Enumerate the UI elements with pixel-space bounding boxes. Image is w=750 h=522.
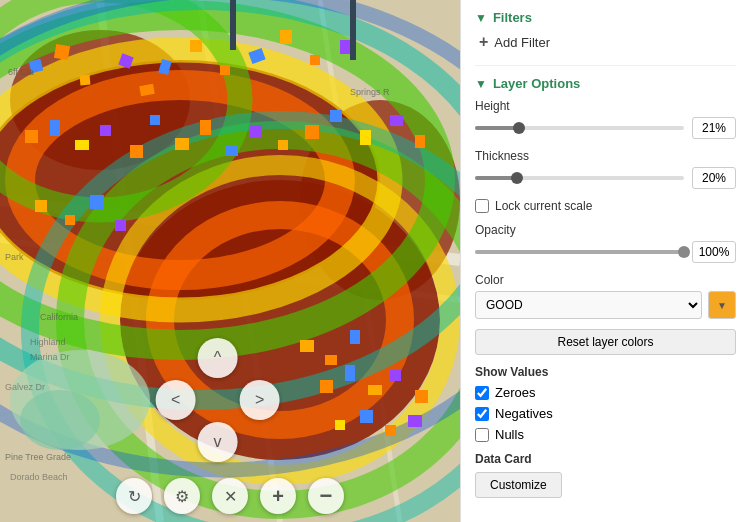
svg-rect-43 xyxy=(250,125,262,138)
settings-button[interactable]: ⚙ xyxy=(164,478,200,514)
svg-text:California: California xyxy=(40,312,78,322)
svg-rect-56 xyxy=(368,385,382,395)
filters-title: Filters xyxy=(493,10,532,25)
svg-rect-42 xyxy=(225,145,238,156)
nulls-row: Nulls xyxy=(475,427,736,442)
svg-rect-35 xyxy=(50,120,60,136)
svg-rect-53 xyxy=(115,220,126,231)
svg-rect-46 xyxy=(330,110,342,122)
svg-text:Springs R: Springs R xyxy=(350,87,390,97)
svg-rect-47 xyxy=(360,130,371,145)
plus-icon: + xyxy=(479,33,488,51)
map-toolbar: ↻ ⚙ ✕ + − xyxy=(116,478,344,514)
svg-rect-45 xyxy=(305,125,319,139)
thickness-slider-track[interactable] xyxy=(475,176,684,180)
height-slider-track[interactable] xyxy=(475,126,684,130)
thickness-slider-thumb[interactable] xyxy=(511,172,523,184)
svg-point-67 xyxy=(20,390,100,450)
customize-button[interactable]: Customize xyxy=(475,472,562,498)
nulls-label[interactable]: Nulls xyxy=(495,427,524,442)
close-button[interactable]: ✕ xyxy=(212,478,248,514)
opacity-label: Opacity xyxy=(475,223,736,237)
nulls-checkbox[interactable] xyxy=(475,428,489,442)
svg-rect-49 xyxy=(415,135,425,148)
svg-rect-40 xyxy=(175,138,189,150)
svg-rect-61 xyxy=(385,425,396,436)
opacity-value-input[interactable] xyxy=(692,241,736,263)
zoom-in-button[interactable]: + xyxy=(260,478,296,514)
map-navigation: ^ < > v xyxy=(156,338,280,462)
layer-options-title: Layer Options xyxy=(493,76,580,91)
opacity-option: Opacity xyxy=(475,223,736,263)
color-label: Color xyxy=(475,273,736,287)
svg-rect-36 xyxy=(75,140,89,150)
svg-text:Park: Park xyxy=(5,252,24,262)
svg-rect-55 xyxy=(345,365,355,381)
color-swatch-button[interactable]: ▼ xyxy=(708,291,736,319)
svg-rect-62 xyxy=(408,415,422,427)
data-card-label: Data Card xyxy=(475,452,736,466)
svg-rect-51 xyxy=(65,215,75,225)
color-select[interactable]: GOOD xyxy=(475,291,702,319)
svg-rect-38 xyxy=(130,145,143,158)
color-option: Color GOOD ▼ xyxy=(475,273,736,319)
svg-text:Highland: Highland xyxy=(30,337,66,347)
swatch-dropdown-arrow-icon: ▼ xyxy=(717,300,727,311)
svg-text:6ff Cla: 6ff Cla xyxy=(8,67,34,77)
zoom-out-button[interactable]: − xyxy=(308,478,344,514)
height-value-input[interactable] xyxy=(692,117,736,139)
svg-rect-50 xyxy=(35,200,47,212)
svg-rect-34 xyxy=(25,130,38,143)
nav-up-button[interactable]: ^ xyxy=(198,338,238,378)
height-label: Height xyxy=(475,99,736,113)
svg-text:Pine Tree Grade: Pine Tree Grade xyxy=(5,452,71,462)
data-card-section: Data Card Customize xyxy=(475,452,736,498)
negatives-checkbox[interactable] xyxy=(475,407,489,421)
svg-rect-44 xyxy=(278,140,288,150)
negatives-row: Negatives xyxy=(475,406,736,421)
svg-rect-39 xyxy=(150,115,160,125)
lock-label[interactable]: Lock current scale xyxy=(495,199,592,213)
negatives-label[interactable]: Negatives xyxy=(495,406,553,421)
zeroes-label[interactable]: Zeroes xyxy=(495,385,535,400)
refresh-button[interactable]: ↻ xyxy=(116,478,152,514)
svg-rect-21 xyxy=(54,44,70,60)
svg-rect-63 xyxy=(300,340,314,352)
add-filter-row[interactable]: + Add Filter xyxy=(475,33,736,51)
thickness-label: Thickness xyxy=(475,149,736,163)
layer-options-arrow-icon: ▼ xyxy=(475,77,487,91)
height-slider-thumb[interactable] xyxy=(513,122,525,134)
svg-text:Dorado Beach: Dorado Beach xyxy=(10,472,68,482)
layer-options-section: ▼ Layer Options Height Thickness xyxy=(475,65,736,498)
thickness-slider-row xyxy=(475,167,736,189)
thickness-value-input[interactable] xyxy=(692,167,736,189)
opacity-slider-thumb[interactable] xyxy=(678,246,690,258)
color-select-row: GOOD ▼ xyxy=(475,291,736,319)
right-panel: ▼ Filters + Add Filter ▼ Layer Options H… xyxy=(460,0,750,522)
nav-left-button[interactable]: < xyxy=(156,380,196,420)
map-area[interactable]: 6ff Cla Springs R Park California Highla… xyxy=(0,0,460,522)
svg-rect-65 xyxy=(350,330,360,344)
filters-section-header[interactable]: ▼ Filters xyxy=(475,10,736,25)
svg-rect-52 xyxy=(90,195,104,209)
svg-rect-37 xyxy=(100,125,111,136)
svg-rect-60 xyxy=(360,410,373,423)
reset-layer-colors-button[interactable]: Reset layer colors xyxy=(475,329,736,355)
nav-right-button[interactable]: > xyxy=(240,380,280,420)
nav-down-button[interactable]: v xyxy=(198,422,238,462)
lock-checkbox[interactable] xyxy=(475,199,489,213)
svg-rect-41 xyxy=(200,120,211,135)
svg-text:Galvez Dr: Galvez Dr xyxy=(5,382,45,392)
height-slider-row xyxy=(475,117,736,139)
lock-row: Lock current scale xyxy=(475,199,736,213)
svg-rect-22 xyxy=(80,75,91,86)
svg-rect-48 xyxy=(390,115,403,126)
add-filter-label: Add Filter xyxy=(494,35,550,50)
thickness-option: Thickness xyxy=(475,149,736,189)
opacity-slider-track[interactable] xyxy=(475,250,684,254)
svg-rect-30 xyxy=(310,55,320,65)
zeroes-checkbox[interactable] xyxy=(475,386,489,400)
svg-text:Marina Dr: Marina Dr xyxy=(30,352,70,362)
layer-options-header[interactable]: ▼ Layer Options xyxy=(475,76,736,91)
svg-rect-54 xyxy=(320,380,333,393)
